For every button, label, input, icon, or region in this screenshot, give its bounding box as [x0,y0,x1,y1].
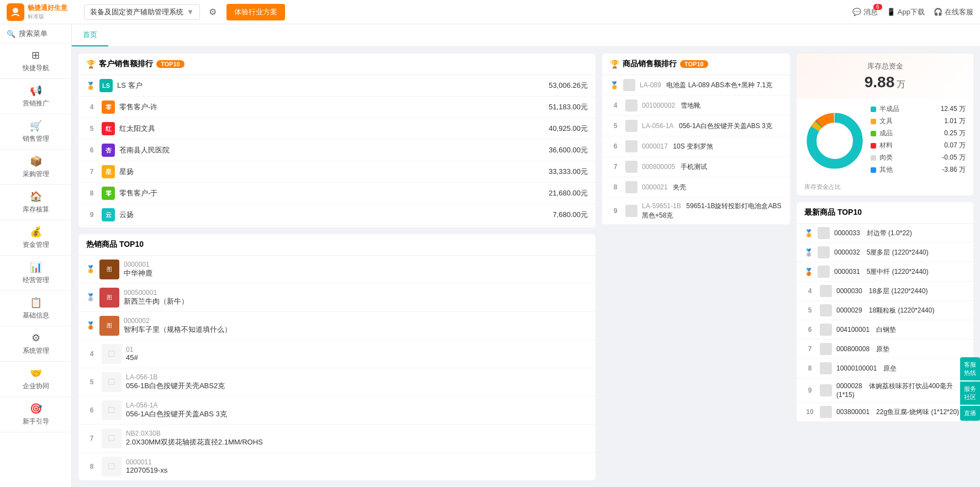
customer-row-5[interactable]: 7 星 星扬 33,333.00元 [78,161,596,183]
new-product-avatar-8 [820,362,832,374]
mid-product-row-3[interactable]: 5 LA-056-1A 056-1A白色按键开关盖ABS 3克 [602,116,790,136]
hot-rank-4: 4 [86,348,97,359]
finance-icon: 💰 [30,226,42,238]
online-service-button[interactable]: 🎧 在线客服 [934,7,973,17]
new-rank-9: 9 [804,385,815,396]
new-product-row-1[interactable]: 🏅 0000033 封边带 (1.0*22) [797,224,973,243]
new-product-row-9[interactable]: 9 0000028 体婉荔枝味苏打饮品400毫升 (1*15) [797,378,973,403]
customer-row-3[interactable]: 5 红 红太阳文具 40,925.00元 [78,118,596,140]
mid-avatar-4 [625,140,637,152]
medal-1: 🏅 [86,82,95,90]
new-product-name-5: 0000029 18颗粒板 (1220*2440) [836,306,966,315]
trial-button[interactable]: 体验行业方案 [226,4,285,20]
legend-dot-3 [871,131,876,136]
hot-product-row-7[interactable]: 7 □ NB2.0X30B 2.0X30MM双搓花轴搓花直径2.1MM/ROHS [78,425,596,453]
hot-product-thumb-5: □ [102,372,122,392]
mid-medal-1: 🏅 [610,81,619,89]
avatar-5: 星 [102,165,115,178]
new-product-name-3: 0000031 5厘中纤 (1220*2440) [834,267,966,277]
customer-amount-1: 53,006.26元 [549,81,588,91]
inventory-title: 库存总资金 [804,61,966,71]
new-product-row-7[interactable]: 7 000800008 原垫 [797,340,973,359]
page-content: 🏆 客户销售额排行 TOP10 🏅 LS LS 客户 53,006.26元 [72,47,980,487]
inventory-chart-label: 库存资金占比 [797,183,973,195]
mid-product-info-5: 000800005 手机测试 [642,162,782,172]
hot-product-row-5[interactable]: 5 □ LA-056-1B 056-1B白色按键开关壳ABS2克 [78,368,596,396]
legend-dot-4 [871,143,876,149]
avatar-2: 零 [102,100,115,114]
search-menu-item[interactable]: 🔍 搜索菜单 [0,24,71,44]
new-product-row-2[interactable]: 🥈 0000032 5厘多层 (1220*2440) [797,243,973,262]
float-btn-live[interactable]: 直播 [960,406,980,421]
customer-name-4: 苍南县人民医院 [119,145,544,155]
sidebar-item-nav[interactable]: ⊞ 快捷导航 [0,44,71,79]
mid-product-row-7[interactable]: 9 LA-59651-1B 59651-1B旋转投影灯电池盒ABS黑色+58克 [602,198,790,225]
phone-icon: 📱 [887,8,895,16]
sidebar-item-marketing[interactable]: 📢 营销推广 [0,79,71,114]
logo-text: 畅捷通好生意 标准版 [28,3,67,20]
sidebar-item-system[interactable]: ⚙ 系统管理 [0,326,71,362]
settings-button[interactable]: ⚙ [204,4,221,20]
new-product-row-5[interactable]: 5 0000029 18颗粒板 (1220*2440) [797,301,973,320]
sidebar-item-inventory[interactable]: 🏠 库存核算 [0,185,71,220]
customer-row-4[interactable]: 6 杏 苍南县人民医院 36,600.00元 [78,140,596,161]
message-button[interactable]: 💬 消息 6 [852,7,878,17]
mid-avatar-3 [625,120,637,132]
avatar-6: 零 [102,187,115,200]
customer-row-7[interactable]: 9 云 云扬 7,680.00元 [78,204,596,226]
customer-ranking-card: 🏆 客户销售额排行 TOP10 🏅 LS LS 客户 53,006.26元 [78,54,596,227]
customer-row-2[interactable]: 4 零 零售客户-许 51,183.00元 [78,97,596,118]
mid-rank-4: 6 [610,141,621,152]
middle-column: 🏆 商品销售额排行 TOP10 🏅 LA-089 电池盖 LA-089 ABS本… [602,54,790,480]
system-selector[interactable]: 装备及固定资产辅助管理系统 ▼ [84,4,200,20]
legend-item-6: 其他 -3.86 万 [871,165,966,174]
customer-row-1[interactable]: 🏅 LS LS 客户 53,006.26元 [78,75,596,97]
hot-rank-3: 🥉 [86,321,95,330]
app-download-button[interactable]: 📱 App下载 [887,7,925,17]
float-btn-community[interactable]: 服务社区 [960,382,980,405]
hot-product-row-4[interactable]: 4 □ 01 45# [78,340,596,368]
avatar-3: 红 [102,122,115,135]
hot-product-info-1: 0000001 中华神鹿 [124,261,588,278]
new-products-header: 最新商品 TOP10 [797,202,973,224]
sidebar-item-guide[interactable]: 🎯 新手引导 [0,397,71,432]
trophy-icon: 🏆 [86,60,96,68]
new-product-row-6[interactable]: 6 004100001 白钢垫 [797,320,973,340]
hot-product-row-2[interactable]: 🥈 图 000500001 新西兰牛肉（新牛） [78,284,596,312]
new-product-row-10[interactable]: 10 003800001 22g鱼豆腐-烧烤味 (1*12*20) [797,403,973,422]
sidebar-item-operations[interactable]: 📊 经营管理 [0,256,71,291]
mid-product-row-5[interactable]: 7 000800005 手机测试 [602,157,790,177]
customer-row-8[interactable]: 10 肖 肖总 7,563.00元 [78,226,596,227]
hot-product-info-3: 0000002 智利车子里（规格不知道填什么） [124,317,588,335]
sidebar-item-sales[interactable]: 🛒 销售管理 [0,114,71,150]
sidebar-item-basic-info[interactable]: 📋 基础信息 [0,291,71,326]
mid-product-row-6[interactable]: 8 0000021 夹壳 [602,177,790,198]
trophy-icon-mid: 🏆 [610,60,619,68]
customer-amount-2: 51,183.00元 [549,102,588,112]
hot-product-info-6: LA-056-1A 056-1A白色按键开关盖ABS 3克 [126,401,588,419]
float-btn-service[interactable]: 客服热线 [960,357,980,380]
customer-name-6: 零售客户-于 [119,188,544,198]
hot-product-row-1[interactable]: 🏅 图 0000001 中华神鹿 [78,256,596,284]
customer-row-6[interactable]: 8 零 零售客户-于 21,680.00元 [78,183,596,204]
guide-icon: 🎯 [30,403,42,415]
new-product-row-3[interactable]: 🥉 0000031 5厘中纤 (1220*2440) [797,262,973,282]
mid-product-row-2[interactable]: 4 001000002 雪地靴 [602,96,790,116]
mid-product-row-4[interactable]: 6 0000017 10S 变刹罗煞 [602,136,790,157]
hot-product-row-3[interactable]: 🥉 图 0000002 智利车子里（规格不知道填什么） [78,312,596,340]
hot-product-row-6[interactable]: 6 □ LA-056-1A 056-1A白色按键开关盖ABS 3克 [78,396,596,425]
sidebar-item-finance[interactable]: 💰 资金管理 [0,220,71,256]
customer-name-3: 红太阳文具 [119,124,544,134]
sidebar-item-purchase[interactable]: 📦 采购管理 [0,150,71,185]
tab-home[interactable]: 首页 [72,24,108,46]
customer-amount-7: 7,680.00元 [552,210,588,220]
sidebar-item-enterprise[interactable]: 🤝 企业协同 [0,362,71,397]
customer-amount-3: 40,925.00元 [549,124,588,134]
new-product-avatar-5 [820,304,832,316]
logo-icon [7,3,24,21]
new-product-row-4[interactable]: 4 0000030 18多层 (1220*2440) [797,282,973,301]
hot-product-row-8[interactable]: 8 □ 0000011 12070519-xs [78,453,596,480]
mid-product-row-1[interactable]: 🏅 LA-089 电池盖 LA-089 ABS本色+黑种 7.1克 [602,75,790,96]
new-product-row-8[interactable]: 8 10000100001 原垒 [797,359,973,378]
legend-item-1: 半成品 12.45 万 [871,104,966,114]
